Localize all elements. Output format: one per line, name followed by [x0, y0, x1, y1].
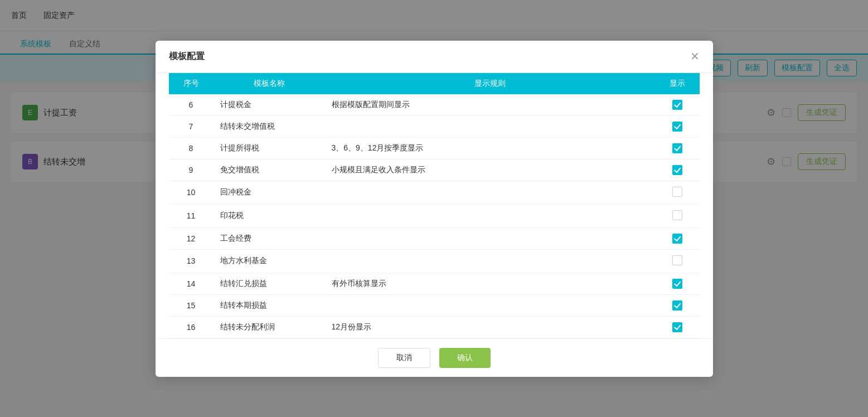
cell-name: 结转本期损益 — [214, 294, 325, 316]
checkbox-row[interactable] — [672, 143, 682, 153]
checkbox-row[interactable] — [672, 234, 682, 244]
cell-check — [655, 94, 700, 116]
cell-check — [655, 273, 700, 294]
table-row: 11印花税 — [169, 204, 700, 227]
col-name: 模板名称 — [214, 73, 325, 94]
cell-check — [655, 249, 700, 273]
table-header-row: 序号 模板名称 显示规则 显示 — [169, 73, 700, 94]
checkbox-row[interactable] — [672, 300, 682, 311]
cell-name: 地方水利基金 — [214, 249, 325, 273]
table-row: 8计提所得税3、6、9、12月按季度显示 — [169, 137, 700, 159]
checkbox-row[interactable] — [672, 255, 682, 265]
checkbox-row[interactable] — [672, 210, 682, 220]
cell-name: 回冲税金 — [214, 181, 325, 204]
checkbox-row[interactable] — [672, 322, 682, 332]
dialog-template-config: 模板配置 ✕ 序号 模板名称 显示规则 显示 6计提税金根据模版配置期间显示7结… — [156, 41, 713, 377]
checkbox-row[interactable] — [672, 100, 682, 110]
cell-seq: 13 — [169, 249, 214, 273]
cell-seq: 16 — [169, 316, 214, 338]
cell-name: 结转未交增值税 — [214, 115, 325, 137]
cell-rule — [325, 249, 655, 273]
cell-rule — [325, 115, 655, 137]
dialog-title: 模板配置 — [169, 51, 205, 62]
cancel-button[interactable]: 取消 — [378, 348, 430, 368]
table-row: 15结转本期损益 — [169, 294, 700, 316]
cell-seq: 8 — [169, 137, 214, 159]
cell-check — [655, 181, 700, 204]
dialog-body: 序号 模板名称 显示规则 显示 6计提税金根据模版配置期间显示7结转未交增值税8… — [156, 73, 713, 338]
config-table: 序号 模板名称 显示规则 显示 6计提税金根据模版配置期间显示7结转未交增值税8… — [169, 73, 700, 338]
cell-name: 结转汇兑损益 — [214, 273, 325, 294]
cell-check — [655, 159, 700, 181]
cell-seq: 11 — [169, 204, 214, 227]
cell-seq: 9 — [169, 159, 214, 181]
cell-seq: 10 — [169, 181, 214, 204]
cell-rule: 3、6、9、12月按季度显示 — [325, 137, 655, 159]
cell-seq: 14 — [169, 273, 214, 294]
table-row: 14结转汇兑损益有外币核算显示 — [169, 273, 700, 294]
cell-check — [655, 115, 700, 137]
cell-name: 计提所得税 — [214, 137, 325, 159]
cell-seq: 15 — [169, 294, 214, 316]
table-row: 9免交增值税小规模且满足收入条件显示 — [169, 159, 700, 181]
checkbox-row[interactable] — [672, 279, 682, 289]
cell-rule: 12月份显示 — [325, 316, 655, 338]
checkbox-row[interactable] — [672, 122, 682, 132]
cell-rule — [325, 294, 655, 316]
table-row: 16结转未分配利润12月份显示 — [169, 316, 700, 338]
cell-name: 计提税金 — [214, 94, 325, 116]
col-rule: 显示规则 — [325, 73, 655, 94]
close-icon[interactable]: ✕ — [690, 51, 700, 62]
cell-rule — [325, 227, 655, 249]
dialog-footer: 取消 确认 — [156, 338, 713, 377]
table-row: 7结转未交增值税 — [169, 115, 700, 137]
cell-name: 免交增值税 — [214, 159, 325, 181]
col-seq: 序号 — [169, 73, 214, 94]
checkbox-row[interactable] — [672, 165, 682, 175]
cell-seq: 6 — [169, 94, 214, 116]
table-row: 6计提税金根据模版配置期间显示 — [169, 94, 700, 116]
cell-check — [655, 294, 700, 316]
cell-seq: 12 — [169, 227, 214, 249]
cell-name: 印花税 — [214, 204, 325, 227]
modal-overlay: 模板配置 ✕ 序号 模板名称 显示规则 显示 6计提税金根据模版配置期间显示7结… — [0, 0, 868, 417]
cell-rule: 根据模版配置期间显示 — [325, 94, 655, 116]
cell-check — [655, 316, 700, 338]
cell-rule — [325, 204, 655, 227]
checkbox-row[interactable] — [672, 187, 682, 197]
cell-check — [655, 137, 700, 159]
cell-rule: 小规模且满足收入条件显示 — [325, 159, 655, 181]
table-row: 13地方水利基金 — [169, 249, 700, 273]
col-show: 显示 — [655, 73, 700, 94]
cell-rule — [325, 181, 655, 204]
cell-name: 工会经费 — [214, 227, 325, 249]
dialog-header: 模板配置 ✕ — [156, 41, 713, 73]
table-row: 10回冲税金 — [169, 181, 700, 204]
cell-name: 结转未分配利润 — [214, 316, 325, 338]
table-row: 12工会经费 — [169, 227, 700, 249]
cell-seq: 7 — [169, 115, 214, 137]
confirm-button[interactable]: 确认 — [439, 348, 491, 368]
cell-rule: 有外币核算显示 — [325, 273, 655, 294]
cell-check — [655, 227, 700, 249]
cell-check — [655, 204, 700, 227]
